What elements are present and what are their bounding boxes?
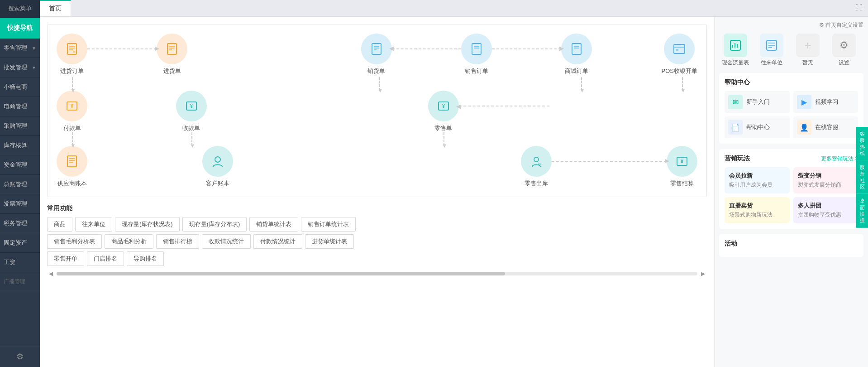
sidebar: 搜索菜单 快捷导航 零售管理 ▼ 批发管理 ▼ 小畅电商 电商管理 采购管理 库…	[0, 0, 40, 367]
sidebar-item-retail[interactable]: 零售管理 ▼	[0, 39, 40, 58]
sidebar-item-xiaochang[interactable]: 小畅电商	[0, 77, 40, 97]
sidebar-quick-nav[interactable]: 快捷导航	[0, 18, 40, 39]
sidebar-item-ecommerce[interactable]: 电商管理	[0, 97, 40, 116]
flow-node-pos[interactable]: POS收银开单	[662, 34, 697, 75]
none-label: 暂无	[802, 59, 813, 67]
svg-text:¥: ¥	[681, 159, 684, 164]
group-desc: 拼团购物享受优惠	[798, 211, 854, 219]
scroll-right-arrow[interactable]: ▶	[699, 270, 707, 278]
purchase-bill-icon	[157, 34, 187, 64]
func-btn-sales-profit[interactable]: 销售毛利分析表	[47, 234, 102, 249]
flow-node-retail-bill[interactable]: ¥ 零售单	[428, 91, 459, 132]
sidebar-item-inventory[interactable]: 库存核算	[0, 136, 40, 155]
common-functions: 常用功能 商品 往来单位 现存量(库存状况表) 现存量(库存分布表) 销货单统计…	[47, 204, 707, 278]
arrow-down-mall: ▼	[581, 77, 582, 91]
expand-button[interactable]: ⛶	[850, 0, 868, 16]
group-title: 多人拼团	[798, 202, 854, 210]
flow-node-receipt[interactable]: ¥ 收款单	[176, 91, 207, 132]
float-btn-community[interactable]: 服务社区	[856, 160, 868, 194]
retail-out-label: 零售出库	[525, 179, 548, 188]
help-item-support[interactable]: 👤 在线客服	[793, 116, 858, 138]
svg-rect-12	[472, 43, 481, 54]
shortcut-partner[interactable]: 往来单位	[755, 34, 788, 67]
flow-node-supplier-account[interactable]: 供应商账本	[57, 146, 87, 188]
float-btn-desktop[interactable]: 桌面快捷	[856, 194, 868, 227]
video-label: 视频学习	[815, 98, 839, 106]
sidebar-item-salary[interactable]: 工资	[0, 253, 40, 272]
chevron-icon: ▼	[32, 65, 36, 70]
retail-bill-icon: ¥	[428, 91, 459, 121]
sidebar-item-asset[interactable]: 固定资产	[0, 233, 40, 253]
purchase-order-icon	[57, 34, 87, 64]
right-float-buttons: 客服热线 服务社区 桌面快捷	[856, 127, 868, 228]
tab-home[interactable]: 首页	[40, 0, 71, 16]
settings-shortcut-icon: ⚙	[832, 34, 856, 57]
payment-label: 付款单	[63, 124, 81, 132]
func-btn-purchase-stat[interactable]: 进货单统计表	[305, 234, 354, 249]
marketing-group[interactable]: 多人拼团 拼团购物享受优惠	[793, 197, 858, 223]
retail-settle-icon: ¥	[667, 146, 697, 177]
func-btn-order-stat[interactable]: 销售订单统计表	[301, 217, 356, 232]
help-item-help[interactable]: 📄 帮助中心	[725, 116, 790, 138]
func-btn-stock2[interactable]: 现存量(库存分布表)	[182, 217, 247, 232]
arrow-down-sales: ▼	[379, 77, 380, 91]
settings-icon[interactable]: ⚙	[0, 346, 40, 367]
flow-node-purchase-order[interactable]: 进货订单	[57, 34, 87, 75]
flow-node-purchase-bill[interactable]: 进货单	[157, 34, 187, 75]
float-btn-customer-service[interactable]: 客服热线	[856, 127, 868, 160]
shortcut-none[interactable]: + 暂无	[792, 34, 824, 67]
flow-node-payment[interactable]: ¥ 付款单	[57, 91, 87, 132]
func-grid-3: 零售开单 门店排名 导购排名	[47, 251, 707, 266]
func-btn-goods[interactable]: 商品	[47, 217, 72, 232]
marketing-fission[interactable]: 裂变分销 裂变式发展分销商	[793, 167, 858, 193]
arrow-down-receipt: ▼	[191, 132, 192, 146]
member-title: 会员拉新	[729, 172, 785, 180]
flow-node-retail-out[interactable]: 零售出库	[521, 146, 552, 188]
arrow-down-payment: ▼	[72, 132, 73, 146]
flow-node-customer-account[interactable]: 客户账本	[202, 146, 233, 188]
shortcut-cashflow[interactable]: 现金流量表	[719, 34, 752, 67]
help-label: 帮助中心	[746, 123, 770, 131]
flow-node-sales-order[interactable]: 销售订单	[461, 34, 492, 75]
scroll-bar: ◀ ▶	[47, 270, 707, 278]
sidebar-search[interactable]: 搜索菜单	[0, 0, 40, 18]
help-icon: 📄	[728, 120, 743, 135]
beginner-label: 新手入门	[746, 98, 770, 106]
purchase-order-label: 进货订单	[60, 67, 84, 75]
help-item-video[interactable]: ▶ 视频学习	[793, 91, 858, 113]
svg-rect-20	[676, 49, 678, 51]
scroll-track[interactable]	[57, 272, 697, 275]
flow-node-sales-bill[interactable]: 销货单	[361, 34, 392, 75]
func-btn-store-rank[interactable]: 门店排名	[87, 251, 124, 266]
func-btn-receipt-stat[interactable]: 收款情况统计	[202, 234, 251, 249]
sidebar-item-general[interactable]: 总账管理	[0, 175, 40, 194]
none-icon: +	[796, 34, 820, 57]
svg-rect-27	[67, 156, 76, 167]
scroll-left-arrow[interactable]: ◀	[47, 270, 55, 278]
func-btn-goods-profit[interactable]: 商品毛利分析	[105, 234, 153, 249]
flow-node-retail-settle[interactable]: ¥ 零售结算	[667, 146, 697, 188]
sidebar-item-tax[interactable]: 税务管理	[0, 214, 40, 233]
center-panel: 进货订单 ▶ 进货单	[40, 17, 714, 367]
help-item-beginner[interactable]: ✉ 新手入门	[725, 91, 790, 113]
func-btn-sales-rank[interactable]: 销售排行榜	[156, 234, 199, 249]
customer-account-icon	[202, 146, 233, 177]
marketing-live[interactable]: 直播卖货 场景式购物新玩法	[725, 197, 790, 223]
sidebar-item-more[interactable]: 广播管理	[0, 272, 40, 291]
func-btn-sales-stat[interactable]: 销货单统计表	[249, 217, 298, 232]
marketing-member[interactable]: 会员拉新 吸引用户成为会员	[725, 167, 790, 193]
marketing-more[interactable]: 更多营销玩法 >	[821, 155, 858, 163]
func-btn-guide-rank[interactable]: 导购排名	[127, 251, 164, 266]
sidebar-item-purchase[interactable]: 采购管理	[0, 116, 40, 136]
shortcuts-row: 现金流量表 往来单位 + 暂无 ⚙ 设置	[719, 34, 863, 67]
sidebar-item-finance[interactable]: 资金管理	[0, 155, 40, 175]
shortcut-settings[interactable]: ⚙ 设置	[828, 34, 860, 67]
func-btn-payment-stat[interactable]: 付款情况统计	[253, 234, 302, 249]
func-btn-retail-order[interactable]: 零售开单	[47, 251, 84, 266]
func-btn-partner[interactable]: 往来单位	[75, 217, 112, 232]
func-btn-stock1[interactable]: 现存量(库存状况表)	[115, 217, 180, 232]
sidebar-item-wholesale[interactable]: 批发管理 ▼	[0, 58, 40, 77]
sidebar-item-invoice[interactable]: 发票管理	[0, 194, 40, 214]
flow-node-mall-order[interactable]: 商城订单	[561, 34, 592, 75]
customize-header[interactable]: ⚙ 首页自定义设置	[719, 21, 863, 29]
